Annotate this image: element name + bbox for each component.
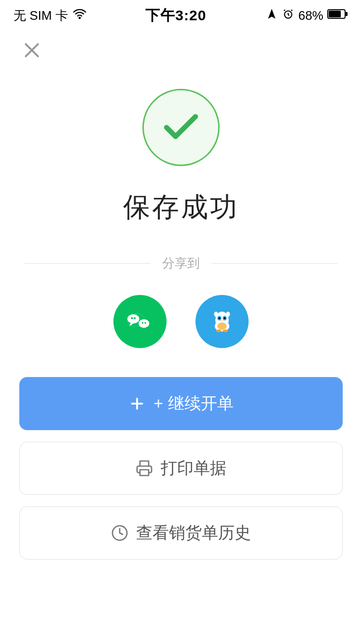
share-label: 分享到: [151, 255, 211, 272]
wifi-icon: [73, 7, 86, 24]
continue-order-label: + 继续开单: [153, 392, 233, 415]
share-icons: [113, 295, 249, 348]
status-bar: 无 SIM 卡 下午3:20 68%: [0, 0, 362, 31]
battery-percent: 68%: [298, 8, 323, 23]
action-buttons: + 继续开单 打印单据 查看销货单历史: [0, 348, 362, 560]
svg-point-16: [142, 322, 144, 324]
view-history-button[interactable]: 查看销货单历史: [19, 506, 343, 560]
status-right: 68%: [265, 8, 348, 24]
qq-share-button[interactable]: [195, 295, 249, 348]
svg-point-29: [223, 330, 228, 333]
plus-icon: [128, 395, 146, 412]
success-circle: [142, 89, 220, 166]
status-time: 下午3:20: [145, 6, 206, 26]
wechat-share-button[interactable]: [113, 295, 167, 348]
success-title: 保存成功: [123, 189, 239, 226]
continue-order-button[interactable]: + 继续开单: [19, 377, 343, 430]
svg-point-0: [79, 17, 80, 18]
divider-line-left: [24, 263, 151, 264]
print-receipt-label: 打印单据: [161, 457, 226, 479]
svg-point-24: [223, 317, 225, 319]
svg-point-14: [131, 317, 133, 319]
status-left: 无 SIM 卡: [14, 7, 86, 24]
svg-point-30: [214, 311, 218, 317]
view-history-label: 查看销货单历史: [136, 522, 251, 544]
svg-point-17: [144, 322, 146, 324]
svg-point-23: [218, 317, 220, 319]
no-sim-text: 无 SIM 卡: [14, 7, 68, 24]
print-receipt-button[interactable]: 打印单据: [19, 442, 343, 495]
svg-rect-3: [345, 12, 348, 16]
svg-point-12: [127, 314, 139, 323]
location-icon: [265, 8, 278, 24]
battery-icon: [327, 8, 348, 23]
svg-point-27: [217, 322, 226, 330]
svg-point-28: [216, 330, 222, 333]
divider-line-right: [211, 263, 338, 264]
share-divider: 分享到: [0, 255, 362, 272]
alarm-icon: [282, 8, 294, 24]
svg-point-13: [139, 319, 149, 328]
svg-point-15: [134, 317, 136, 319]
close-button[interactable]: [19, 38, 44, 63]
main-content: 保存成功 分享到: [0, 31, 362, 560]
history-icon: [111, 524, 128, 542]
printer-icon: [136, 460, 153, 477]
svg-point-31: [226, 311, 230, 317]
svg-rect-34: [140, 470, 149, 476]
share-section: 分享到: [0, 255, 362, 348]
success-area: 保存成功 分享到: [0, 41, 362, 348]
svg-rect-4: [329, 11, 341, 17]
